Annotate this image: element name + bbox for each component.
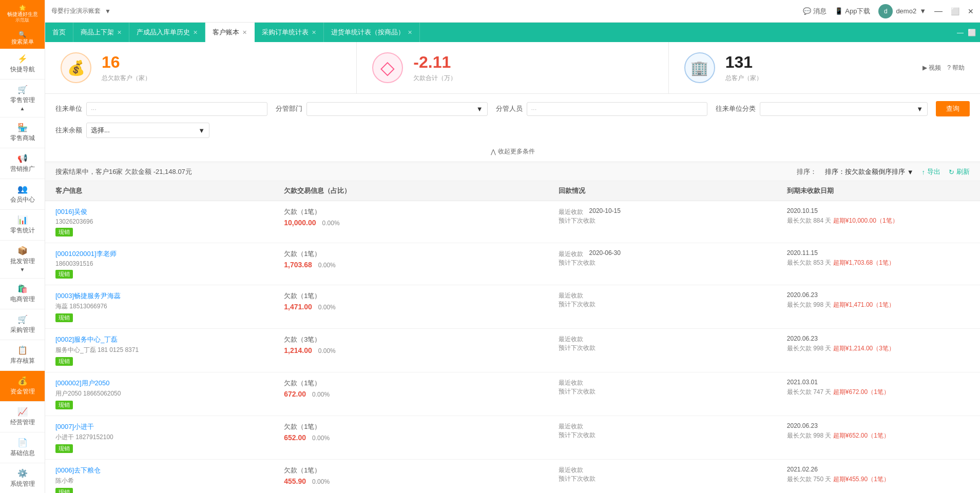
user-info[interactable]: d demo2 ▼ bbox=[878, 4, 926, 18]
customer-cell-2: [0003]畅捷服务尹海蕊 海蕊 18513066976 现销 bbox=[55, 291, 284, 322]
message-button[interactable]: 💬 消息 bbox=[803, 7, 827, 16]
collapse-button[interactable]: ⋀ 收起更多条件 bbox=[55, 144, 970, 161]
help-label: 帮助 bbox=[952, 64, 965, 72]
close-button[interactable]: ✕ bbox=[968, 7, 974, 15]
unit-category-chevron: ▼ bbox=[916, 105, 923, 113]
overdue-amount-3[interactable]: 超期¥1,214.00（3笔） bbox=[833, 345, 895, 352]
customer-name-0[interactable]: [0016]吴俊 bbox=[55, 207, 284, 216]
filter-row-1: 往来单位 ··· 分管部门 ▼ 分管人员 ··· bbox=[55, 101, 970, 116]
sidebar-item-system[interactable]: ⚙️ 系统管理 bbox=[0, 463, 45, 493]
overdue-amount-5[interactable]: 超期¥652.00（1笔） bbox=[833, 432, 890, 439]
sidebar-item-marketing[interactable]: 📢 营销推广 bbox=[0, 148, 45, 179]
total-customers-label: 总客户（家） bbox=[725, 74, 762, 83]
customer-cell-0: [0016]吴俊 13026203696 现销 bbox=[55, 207, 284, 236]
tab-account-close[interactable]: ✕ bbox=[242, 29, 247, 36]
sidebar-item-basic-info[interactable]: 📄 基础信息 bbox=[0, 432, 45, 463]
customer-phone-2: 海蕊 18513066976 bbox=[55, 302, 284, 311]
overdue-amount-value: -2.11 bbox=[413, 53, 456, 72]
repay-next-2: 预计下次收款 bbox=[559, 300, 787, 309]
search-menu-item[interactable]: 🔍 搜索菜单 bbox=[0, 28, 45, 49]
tab-expand-icon[interactable]: ⬜ bbox=[968, 29, 976, 36]
balance-label: 往来余额 bbox=[55, 126, 82, 135]
minimize-button[interactable]: — bbox=[934, 7, 943, 16]
dept-label: 分管部门 bbox=[276, 104, 302, 113]
overdue-amount-1[interactable]: 超期¥1,703.68（1笔） bbox=[833, 259, 895, 266]
tab-home[interactable]: 首页 bbox=[45, 23, 73, 42]
sidebar-item-purchase-mgmt[interactable]: 🛒 采购管理 bbox=[0, 309, 45, 340]
sort-button[interactable]: 排序：按欠款金额倒序排序 ▼ bbox=[825, 167, 914, 176]
customer-name-2[interactable]: [0003]畅捷服务尹海蕊 bbox=[55, 291, 284, 301]
tab-bar-actions: — ⬜ bbox=[953, 29, 980, 36]
debt-cell-4: 欠款（1笔） 672.00 0.00% bbox=[284, 379, 558, 398]
debt-amount-1: 1,703.68 bbox=[284, 261, 312, 269]
restore-button[interactable]: ⬜ bbox=[951, 7, 959, 15]
total-customers-info: 131 总客户（家） bbox=[725, 53, 762, 83]
tab-goods[interactable]: 进货单统计表（按商品） ✕ bbox=[324, 23, 420, 42]
sidebar-item-member[interactable]: 👥 会员中心 bbox=[0, 179, 45, 210]
sidebar-item-retail-stats[interactable]: 📊 零售统计 bbox=[0, 210, 45, 241]
overdue-amount-6[interactable]: 超期¥455.90（1笔） bbox=[833, 476, 890, 483]
customer-cell-6: [0006]去下粮仓 陈小希 现销 bbox=[55, 466, 284, 493]
app-name: 畅捷通好生意 bbox=[4, 11, 41, 17]
sidebar-item-retail-mall[interactable]: 🏪 零售商城 bbox=[0, 117, 45, 148]
debt-percent-0: 0.00% bbox=[322, 220, 340, 227]
sidebar-item-retail-mgmt[interactable]: 🛒 零售管理 ▲ bbox=[0, 80, 45, 117]
quick-nav-icon: ⚡ bbox=[3, 54, 42, 64]
overdue-amount-4[interactable]: 超期¥672.00（1笔） bbox=[833, 388, 890, 396]
sidebar-item-finance[interactable]: 💰 资金管理 bbox=[0, 371, 45, 402]
collapse-icon: ⋀ bbox=[491, 148, 496, 155]
overdue-amount-info: -2.11 欠款合计（万） bbox=[413, 53, 456, 83]
unit-category-select[interactable]: ▼ bbox=[760, 102, 928, 116]
customer-name-3[interactable]: [0002]服务中心_丁磊 bbox=[55, 335, 284, 344]
customer-name-1[interactable]: [0001020001]李老师 bbox=[55, 249, 284, 259]
tab-goods-label: 进货单统计表（按商品） bbox=[331, 28, 405, 37]
repay-next-0: 预计下次收款 bbox=[559, 216, 787, 225]
user-dropdown-icon: ▼ bbox=[919, 7, 926, 15]
app-download-button[interactable]: 📱 App下载 bbox=[835, 7, 870, 16]
tab-storage[interactable]: 产成品入库单历史 ✕ bbox=[129, 23, 205, 42]
dept-chevron: ▼ bbox=[476, 105, 483, 113]
query-button[interactable]: 查询 bbox=[936, 101, 970, 116]
overdue-amount-0[interactable]: 超期¥10,000.00（1笔） bbox=[833, 217, 898, 224]
dept-select[interactable]: ▼ bbox=[306, 102, 488, 116]
overdue-amount-2[interactable]: 超期¥1,471.00（1笔） bbox=[833, 301, 895, 308]
total-customers-value: 131 bbox=[725, 53, 762, 72]
repay-cell-0: 最近收款 2020-10-15 预计下次收款 bbox=[559, 207, 787, 225]
manager-input[interactable]: ··· bbox=[527, 102, 708, 116]
debt-amount-0: 10,000.00 bbox=[284, 219, 316, 227]
result-actions: 排序： 排序：按欠款金额倒序排序 ▼ ↑ 导出 ↻ 刷新 bbox=[797, 167, 970, 176]
tab-account[interactable]: 客户账本 ✕ bbox=[205, 23, 255, 42]
sidebar-item-quick-nav[interactable]: ⚡ 快捷导航 bbox=[0, 49, 45, 80]
tab-minimize-icon[interactable]: — bbox=[957, 29, 964, 36]
filter-balance: 往来余额 选择... ▼ bbox=[55, 123, 209, 138]
export-button[interactable]: ↑ 导出 bbox=[922, 167, 941, 176]
repay-cell-6: 最近收款 预计下次收款 bbox=[559, 466, 787, 483]
source-unit-input[interactable]: ··· bbox=[86, 102, 267, 116]
tab-purchase-close[interactable]: ✕ bbox=[312, 29, 316, 36]
customer-phone-6: 陈小希 bbox=[55, 477, 284, 485]
sidebar-item-inventory[interactable]: 📋 库存核算 bbox=[0, 340, 45, 371]
sidebar-item-ecommerce[interactable]: 🛍️ 电商管理 bbox=[0, 279, 45, 309]
customer-name-4[interactable]: [000002]用户2050 bbox=[55, 379, 284, 388]
refresh-button[interactable]: ↻ 刷新 bbox=[949, 167, 970, 176]
customer-name-6[interactable]: [0006]去下粮仓 bbox=[55, 466, 284, 475]
video-btn[interactable]: ▶ 视频 bbox=[923, 64, 941, 72]
help-btn[interactable]: ? 帮助 bbox=[947, 64, 965, 72]
export-label: 导出 bbox=[927, 167, 940, 176]
tab-goods-close[interactable]: ✕ bbox=[408, 29, 412, 36]
filter-manager: 分管人员 ··· bbox=[496, 102, 708, 116]
search-label: 搜索菜单 bbox=[0, 38, 45, 46]
sort-label: 排序： bbox=[797, 167, 817, 176]
tab-storage-close[interactable]: ✕ bbox=[193, 29, 198, 36]
tab-purchase[interactable]: 采购订单统计表 ✕ bbox=[255, 23, 324, 42]
store-dropdown-icon[interactable]: ▼ bbox=[105, 8, 111, 15]
balance-select[interactable]: 选择... ▼ bbox=[86, 123, 209, 138]
customer-name-5[interactable]: [0007]小进干 bbox=[55, 422, 284, 431]
sidebar-item-operation[interactable]: 📈 经营管理 bbox=[0, 402, 45, 432]
customer-cell-5: [0007]小进干 小进干 18279152100 现销 bbox=[55, 422, 284, 453]
tab-products[interactable]: 商品上下架 ✕ bbox=[73, 23, 129, 42]
sidebar-item-batch-mgmt[interactable]: 📦 批发管理 ▼ bbox=[0, 241, 45, 279]
debt-count-0: 欠款（1笔） bbox=[284, 207, 558, 216]
tab-products-close[interactable]: ✕ bbox=[117, 29, 122, 36]
username: demo2 bbox=[896, 7, 916, 15]
